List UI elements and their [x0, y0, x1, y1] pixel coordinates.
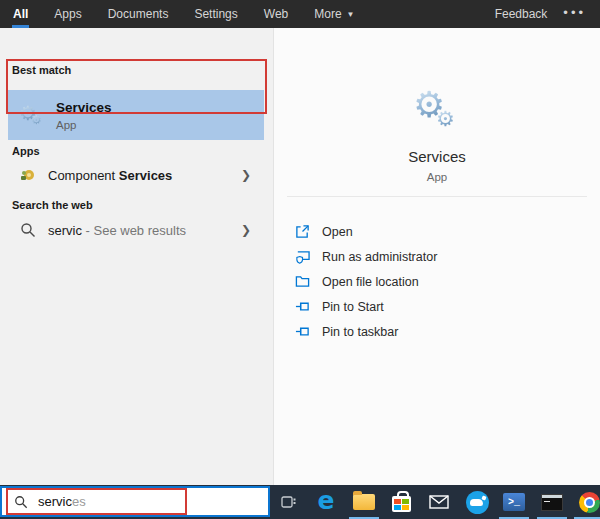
search-input-text: services [38, 494, 86, 509]
tab-apps-label: Apps [54, 7, 81, 21]
powershell-icon: >_ [503, 493, 525, 511]
taskbar-cmd-button[interactable] [534, 485, 570, 519]
search-input[interactable]: services [0, 486, 270, 517]
taskbar-file-explorer-button[interactable] [346, 485, 382, 519]
search-icon [14, 495, 28, 509]
taskbar-store-button[interactable] [383, 485, 419, 519]
action-label: Open [322, 225, 353, 239]
action-label: Pin to taskbar [322, 325, 398, 339]
apps-section-header: Apps [12, 145, 273, 157]
web-suffix-text: - See web results [82, 223, 186, 238]
search-typed-text: servic [38, 494, 72, 509]
command-prompt-icon [541, 494, 563, 511]
chevron-right-icon[interactable]: ❯ [241, 223, 251, 237]
tab-documents[interactable]: Documents [95, 0, 182, 28]
tab-more-label: More [314, 7, 341, 21]
taskbar-mail-button[interactable] [421, 485, 457, 519]
best-match-result-services[interactable]: ⚙⚙ Services App [8, 90, 264, 140]
action-pin-to-start[interactable]: Pin to Start [274, 294, 600, 319]
tab-more[interactable]: More ▼ [301, 0, 367, 28]
result-component-services[interactable]: Component Services ❯ [0, 161, 273, 189]
shield-icon [295, 249, 310, 264]
taskbar-blue-circle-app-button[interactable] [459, 485, 495, 519]
search-autocomplete-text: es [72, 494, 86, 509]
services-gears-icon: ⚙⚙ [18, 100, 48, 130]
divider [287, 196, 587, 197]
edge-icon: e [318, 488, 335, 513]
pin-icon [295, 324, 310, 339]
pin-icon [295, 299, 310, 314]
chevron-down-icon: ▼ [347, 10, 355, 19]
result-web-search[interactable]: servic - See web results ❯ [0, 216, 273, 244]
result-text-prefix: Component [48, 168, 119, 183]
chevron-right-icon[interactable]: ❯ [241, 168, 251, 182]
folder-icon [295, 274, 310, 289]
component-services-icon [20, 167, 36, 183]
action-label: Run as administrator [322, 250, 437, 264]
web-query-text: servic [48, 223, 82, 238]
tab-all-label: All [13, 7, 28, 21]
result-detail-panel: ⚙⚙ Services App Open Run as administrato… [273, 28, 600, 485]
action-open-file-location[interactable]: Open file location [274, 269, 600, 294]
task-view-button[interactable] [271, 485, 307, 519]
mail-icon [429, 494, 449, 510]
tab-all[interactable]: All [0, 0, 41, 28]
result-text-match: Services [119, 168, 173, 183]
tab-settings-label: Settings [194, 7, 237, 21]
taskbar-chrome-button[interactable] [571, 485, 600, 519]
tab-settings[interactable]: Settings [181, 0, 250, 28]
action-open[interactable]: Open [274, 219, 600, 244]
result-label: servic - See web results [48, 223, 186, 238]
microsoft-store-icon [392, 496, 411, 512]
tab-documents-label: Documents [108, 7, 169, 21]
action-pin-to-taskbar[interactable]: Pin to taskbar [274, 319, 600, 344]
search-results-panel: Best match ⚙⚙ Services App Apps Componen… [0, 28, 273, 485]
tab-apps[interactable]: Apps [41, 0, 94, 28]
feedback-button[interactable]: Feedback [481, 7, 562, 21]
action-label: Pin to Start [322, 300, 384, 314]
tab-web[interactable]: Web [251, 0, 301, 28]
result-label: Component Services [48, 168, 172, 183]
search-filter-tabs: All Apps Documents Settings Web More ▼ F… [0, 0, 600, 28]
detail-title: Services [274, 148, 600, 165]
chrome-icon [579, 492, 600, 513]
best-match-subtitle: App [56, 119, 112, 131]
best-match-header: Best match [12, 64, 273, 76]
services-gears-icon: ⚙⚙ [411, 86, 463, 136]
detail-subtitle: App [274, 171, 600, 183]
overflow-menu-button[interactable]: ••• [561, 5, 600, 24]
web-section-header: Search the web [12, 199, 273, 211]
taskbar: services e >_ [0, 485, 600, 519]
action-label: Open file location [322, 275, 419, 289]
blue-circle-app-icon [466, 491, 489, 514]
taskbar-edge-button[interactable]: e [308, 485, 344, 519]
best-match-title: Services [56, 100, 112, 115]
open-icon [295, 224, 310, 239]
file-explorer-icon [353, 494, 375, 510]
tab-web-label: Web [264, 7, 288, 21]
action-run-as-administrator[interactable]: Run as administrator [274, 244, 600, 269]
search-icon [20, 222, 36, 238]
task-view-icon [280, 494, 298, 510]
taskbar-powershell-button[interactable]: >_ [496, 485, 532, 519]
